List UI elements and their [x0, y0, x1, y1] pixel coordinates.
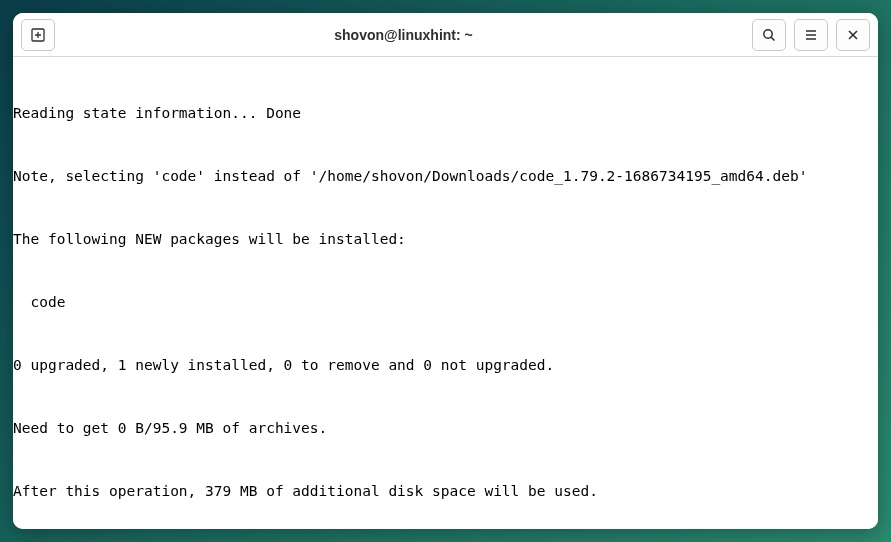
menu-button[interactable] [794, 19, 828, 51]
plus-box-icon [30, 27, 46, 43]
search-icon [761, 27, 777, 43]
output-line: Need to get 0 B/95.9 MB of archives. [13, 418, 878, 439]
window-title: shovon@linuxhint: ~ [334, 27, 472, 43]
output-line: After this operation, 379 MB of addition… [13, 481, 878, 502]
output-line: The following NEW packages will be insta… [13, 229, 878, 250]
svg-point-3 [764, 29, 772, 37]
terminal-output[interactable]: Reading state information... Done Note, … [13, 57, 878, 529]
search-button[interactable] [752, 19, 786, 51]
hamburger-icon [803, 27, 819, 43]
titlebar: shovon@linuxhint: ~ [13, 13, 878, 57]
output-line: Note, selecting 'code' instead of '/home… [13, 166, 878, 187]
output-line: 0 upgraded, 1 newly installed, 0 to remo… [13, 355, 878, 376]
terminal-window: shovon@linuxhint: ~ [13, 13, 878, 529]
output-line: Reading state information... Done [13, 103, 878, 124]
new-tab-button[interactable] [21, 19, 55, 51]
svg-line-4 [771, 37, 774, 40]
close-icon [846, 28, 860, 42]
output-line: code [13, 292, 878, 313]
close-button[interactable] [836, 19, 870, 51]
